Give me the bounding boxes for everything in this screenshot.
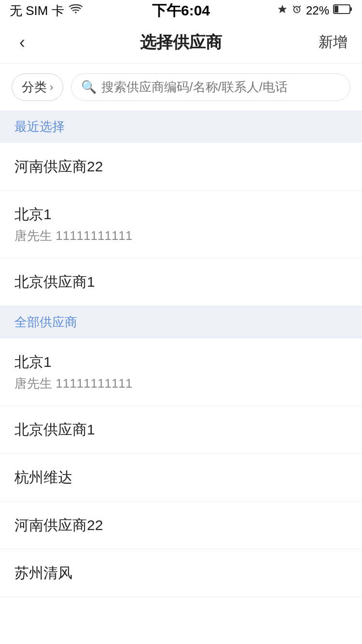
item-name: 北京1 (14, 204, 348, 224)
item-contact: 唐先生 11111111111 (14, 227, 348, 244)
nav-bar: ‹ 选择供应商 新增 (0, 21, 362, 64)
svg-rect-4 (334, 6, 338, 13)
item-name: 北京供应商1 (14, 420, 348, 440)
list-item[interactable]: 北京供应商1 (0, 258, 362, 306)
item-name: 杭州维达 (14, 467, 348, 488)
list-item[interactable]: 河南供应商22 (0, 143, 362, 191)
item-name: 河南供应商22 (14, 156, 348, 177)
search-box[interactable]: 🔍 (71, 73, 350, 101)
status-left: 无 SIM 卡 (10, 2, 83, 19)
wifi-icon (69, 2, 83, 19)
battery-icon (333, 4, 352, 17)
item-contact: 唐先生 11111111111 (14, 375, 348, 392)
alarm-icon (292, 4, 302, 17)
svg-rect-3 (350, 7, 352, 11)
add-button[interactable]: 新增 (319, 32, 348, 52)
list-item[interactable]: 苏州清风 (0, 549, 362, 597)
all-section-header: 全部供应商 (0, 306, 362, 338)
search-icon: 🔍 (81, 80, 97, 95)
recent-section-header: 最近选择 (0, 111, 362, 143)
back-button[interactable]: ‹ (14, 28, 30, 57)
status-right: 22% (277, 4, 352, 17)
list-item[interactable]: 河南供应商22 (0, 502, 362, 549)
all-list: 北京1唐先生 11111111111北京供应商1杭州维达河南供应商22苏州清风 (0, 338, 362, 597)
item-name: 北京供应商1 (14, 272, 348, 292)
recent-section-label: 最近选择 (14, 119, 65, 134)
recent-list: 河南供应商22北京1唐先生 11111111111北京供应商1 (0, 143, 362, 306)
carrier-label: 无 SIM 卡 (10, 2, 64, 19)
list-item[interactable]: 杭州维达 (0, 454, 362, 502)
search-input[interactable] (101, 80, 340, 95)
list-item[interactable]: 北京供应商1 (0, 406, 362, 454)
battery-percent: 22% (306, 4, 329, 17)
svg-point-0 (75, 12, 77, 14)
category-label: 分类 (22, 79, 47, 96)
page-title: 选择供应商 (140, 31, 222, 54)
list-item[interactable]: 北京1唐先生 11111111111 (0, 191, 362, 258)
filter-bar: 分类 › 🔍 (0, 64, 362, 111)
status-bar: 无 SIM 卡 下午6:04 22% (0, 0, 362, 21)
status-time: 下午6:04 (152, 1, 210, 21)
list-item[interactable]: 北京1唐先生 11111111111 (0, 338, 362, 406)
chevron-right-icon: › (50, 81, 53, 94)
location-icon (277, 4, 288, 17)
item-name: 河南供应商22 (14, 515, 348, 535)
all-section-label: 全部供应商 (14, 315, 77, 329)
item-name: 北京1 (14, 352, 348, 372)
item-name: 苏州清风 (14, 563, 348, 583)
category-filter[interactable]: 分类 › (12, 73, 63, 101)
